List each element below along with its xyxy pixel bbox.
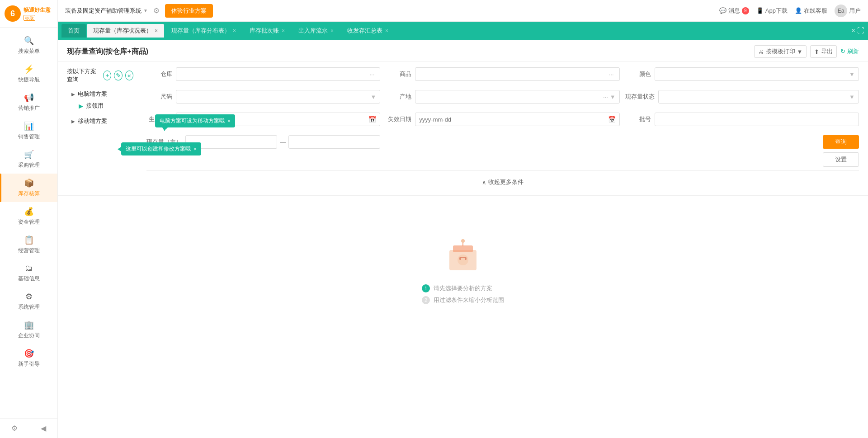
message-action[interactable]: 💬 消息 9: [719, 7, 749, 15]
system-dropdown-arrow: ▼: [143, 8, 148, 13]
message-icon: 💬: [719, 7, 726, 14]
sidebar-item-enterprise[interactable]: 🏢 企业协同: [0, 316, 57, 344]
svg-point-4: [465, 258, 467, 260]
export-button[interactable]: ⬆ 导出: [810, 45, 837, 58]
sidebar-item-system[interactable]: ⚙ 系统管理: [0, 287, 57, 316]
sidebar-item-operations[interactable]: 📋 经营管理: [0, 231, 57, 259]
color-arrow-icon[interactable]: ▼: [849, 71, 855, 78]
tab-inout-flow[interactable]: 出入库流水 ×: [292, 24, 340, 38]
tab-home[interactable]: 首页: [61, 24, 86, 38]
sidebar-item-finance[interactable]: 💰 资金管理: [0, 202, 57, 231]
origin-arrow-icon[interactable]: ▼: [610, 94, 616, 100]
collapse-btn[interactable]: ∧ 收起更多条件: [146, 174, 859, 190]
warehouse-dots-icon[interactable]: ···: [369, 71, 374, 78]
operations-icon: 📋: [24, 235, 34, 245]
tabs-bar: 首页 现存量（库存状况表） × 现存量（库存分布表） × 库存批次账 × 出入库…: [58, 22, 868, 40]
expiry-date-calendar-icon[interactable]: 📅: [608, 116, 616, 123]
batch-input[interactable]: [659, 116, 855, 123]
sidebar-settings-btn[interactable]: ⚙: [11, 424, 18, 433]
sidebar-item-marketing[interactable]: 📢 营销推广: [0, 88, 57, 117]
add-tooltip-close[interactable]: ×: [227, 118, 231, 124]
warehouse-input[interactable]: [180, 71, 369, 78]
desktop-sub-item-1[interactable]: ▶ 接领用: [79, 100, 133, 112]
empty-steps: 1 请先选择要分析的方案 2 用过滤条件来缩小分析范围: [422, 284, 504, 304]
stock-status-select[interactable]: ▼: [658, 90, 859, 104]
basic-info-icon: 🗂: [25, 264, 33, 273]
add-scheme-btn[interactable]: +: [103, 71, 111, 80]
batch-input-wrapper[interactable]: [655, 113, 859, 126]
mobile-scheme-arrow[interactable]: ▶: [71, 119, 75, 124]
header-settings-icon[interactable]: ⚙: [153, 6, 160, 15]
origin-dots-icon[interactable]: ···: [603, 94, 608, 100]
reset-button[interactable]: 设置: [823, 152, 859, 167]
sidebar-collapse-btn[interactable]: ◀: [41, 424, 46, 433]
tooltip2-arrow: [118, 147, 121, 151]
export-icon: ⬆: [814, 48, 819, 55]
refresh-button[interactable]: ↻ 刷新: [840, 47, 859, 56]
tab-close-inout-flow[interactable]: ×: [330, 28, 334, 34]
stock-status-arrow-icon[interactable]: ▼: [849, 94, 855, 100]
stock-main-to[interactable]: [288, 135, 380, 149]
goods-select[interactable]: ···: [415, 67, 619, 81]
svg-rect-1: [453, 245, 473, 252]
mobile-scheme-item: ▶ 移动端方案: [71, 115, 133, 127]
color-select[interactable]: ▼: [655, 67, 859, 81]
production-date-calendar-icon[interactable]: 📅: [368, 116, 376, 123]
search-reset-area: 查询 设置: [625, 135, 859, 167]
size-arrow-icon[interactable]: ▼: [370, 94, 376, 100]
stock-main-to-input[interactable]: [292, 139, 376, 146]
color-input[interactable]: [659, 71, 849, 78]
origin-select[interactable]: ··· ▼: [415, 90, 619, 104]
goods-dots-icon[interactable]: ···: [609, 71, 614, 78]
expiry-date-select[interactable]: 📅: [415, 113, 619, 126]
user-action[interactable]: Ea 用户: [835, 5, 861, 17]
sidebar-item-inventory[interactable]: 📦 库存核算: [0, 174, 57, 202]
desktop-scheme-name[interactable]: 电脑端方案: [78, 90, 107, 98]
tab-collect-summary[interactable]: 收发存汇总表 ×: [341, 24, 395, 38]
mobile-scheme-name[interactable]: 移动端方案: [78, 117, 107, 125]
tab-close-collect-summary[interactable]: ×: [385, 28, 388, 34]
size-select[interactable]: ▼: [176, 90, 380, 104]
print-button[interactable]: 🖨 按模板打印 ▼: [754, 45, 807, 58]
tab-inventory-dist[interactable]: 现存量（库存分布表） ×: [165, 24, 242, 38]
tab-close-all-btn[interactable]: ×: [851, 27, 855, 35]
sidebar-item-sales[interactable]: 📊 销售管理: [0, 117, 57, 145]
search-button[interactable]: 查询: [823, 135, 859, 149]
tab-close-batch-ledger[interactable]: ×: [282, 28, 285, 34]
logo-text: 畅通好生意 标版: [24, 6, 51, 21]
page-header: 现存量查询(按仓库+商品) 🖨 按模板打印 ▼ ⬆ 导出 ↻ 刷新: [58, 40, 868, 62]
tab-batch-ledger[interactable]: 库存批次账 ×: [243, 24, 291, 38]
expiry-date-input[interactable]: [419, 116, 608, 123]
sidebar-bottom: ⚙ ◀: [0, 418, 57, 438]
filter-label: 按以下方案查询 + ✎ «: [67, 67, 133, 84]
sidebar: 6 畅通好生意 标版 🔍 搜索菜单 ⚡ 快捷导航 📢 营销推广 📊 销售管理 🛒…: [0, 0, 58, 438]
enterprise-icon: 🏢: [24, 320, 34, 330]
filter-area: 电脑方案可设为移动方案哦 × 这里可以创建和修改方案哦 ×: [58, 62, 868, 195]
tab-maximize-btn[interactable]: ⛶: [857, 27, 864, 35]
sidebar-item-purchase[interactable]: 🛒 采购管理: [0, 145, 57, 174]
stock-main-control: —: [185, 135, 380, 149]
avatar: Ea: [835, 5, 847, 17]
online-service-action[interactable]: 👤 在线客服: [795, 7, 827, 15]
sidebar-item-basic-info[interactable]: 🗂 基础信息: [0, 259, 57, 287]
tab-inventory-status[interactable]: 现存量（库存状况表） ×: [87, 24, 164, 38]
sidebar-item-search-menu[interactable]: 🔍 搜索菜单: [0, 31, 57, 60]
trial-button[interactable]: 体验行业方案: [165, 4, 213, 18]
back-btn[interactable]: «: [125, 71, 133, 80]
desktop-scheme-arrow[interactable]: ▶: [71, 92, 75, 97]
sidebar-item-quick-nav[interactable]: ⚡ 快捷导航: [0, 60, 57, 88]
origin-input[interactable]: [419, 94, 603, 100]
edit-scheme-btn[interactable]: ✎: [114, 71, 122, 80]
stock-status-input[interactable]: [662, 94, 849, 100]
system-selector[interactable]: 装备及固定资产辅助管理系统 ▼: [65, 7, 148, 15]
app-download-action[interactable]: 📱 App下载: [756, 7, 788, 15]
desktop-scheme-children: ▶ 接领用: [79, 100, 133, 112]
size-input[interactable]: [180, 94, 370, 100]
tab-close-inventory-dist[interactable]: ×: [233, 28, 236, 34]
tab-close-inventory-status[interactable]: ×: [155, 28, 158, 34]
goods-input[interactable]: [419, 71, 609, 78]
edit-tooltip-close[interactable]: ×: [193, 146, 197, 152]
sidebar-item-guide[interactable]: 🎯 新手引导: [0, 344, 57, 372]
warehouse-select[interactable]: ···: [176, 67, 380, 81]
stock-main-from-input[interactable]: [189, 139, 273, 146]
